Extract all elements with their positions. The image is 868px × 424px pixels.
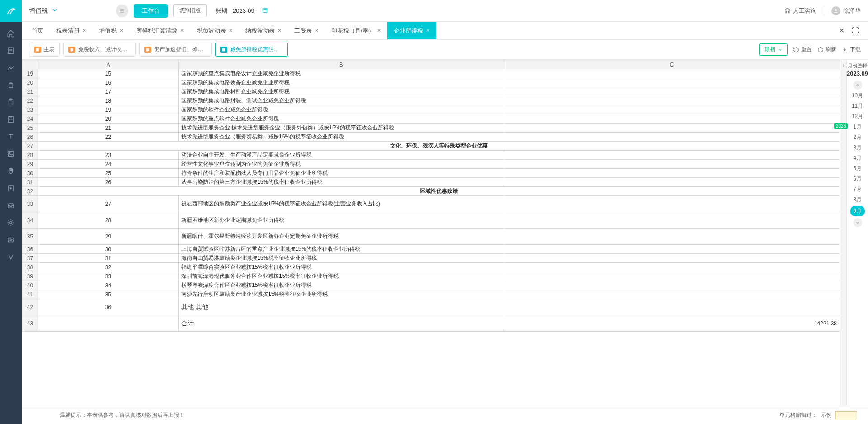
nav-video-icon[interactable] [0, 232, 22, 248]
month-up-icon[interactable] [853, 81, 862, 90]
nav-text-icon[interactable] [0, 129, 22, 145]
cell-b[interactable]: 新疆困难地区新办企业定期减免企业所得税 [179, 212, 504, 229]
nav-gear-icon[interactable] [0, 214, 22, 231]
month-item[interactable]: 9月 [850, 206, 865, 216]
month-item[interactable]: 3月 [847, 143, 868, 153]
cell-b[interactable]: 经营性文化事业单位转制为企业的免征企业所得税 [179, 160, 504, 169]
cell-b[interactable]: 福建平潭综合实验区企业减按15%税率征收企业所得税 [179, 263, 504, 272]
cell-b[interactable]: 动漫企业自主开发、生产动漫产品定期减免企业所得税 [179, 151, 504, 160]
month-item[interactable]: 7月 [847, 184, 868, 195]
cell-c[interactable]: 14221.38 [504, 315, 840, 332]
cell-a[interactable]: 29 [38, 229, 179, 245]
row-number[interactable]: 25 [22, 124, 38, 133]
cell-a[interactable]: 24 [38, 160, 179, 169]
cell-b[interactable]: 其他 其他 [179, 299, 504, 315]
reset-button[interactable]: 重置 [793, 46, 812, 53]
subtab-0[interactable]: ▦主表 [29, 43, 60, 57]
cell-b[interactable]: 国家鼓励的集成电路装备企业减免企业所得税 [179, 78, 504, 87]
calendar-icon[interactable] [262, 7, 268, 14]
cell-a[interactable]: 22 [38, 133, 179, 142]
cell-b[interactable]: 深圳前海深港现代服务业合作区企业减按15%税率征收企业所得税 [179, 272, 504, 281]
list-toggle-button[interactable] [116, 5, 128, 17]
cell-c[interactable] [504, 78, 840, 87]
cell-c[interactable] [504, 281, 840, 290]
corner-cell[interactable] [22, 60, 38, 69]
nav-export-icon[interactable] [0, 180, 22, 196]
nav-chart-icon[interactable] [0, 60, 22, 76]
month-item[interactable]: 12月 [847, 111, 868, 122]
cell-a[interactable]: 34 [38, 281, 179, 290]
row-number[interactable]: 20 [22, 78, 38, 87]
cell-a[interactable]: 32 [38, 263, 179, 272]
tab-6[interactable]: 工资表✕ [288, 22, 325, 39]
month-item[interactable]: 11月 [847, 101, 868, 111]
close-icon[interactable]: ✕ [119, 28, 123, 33]
cell-b[interactable]: 从事污染防治的第三方企业减按15%的税率征收企业所得税 [179, 178, 504, 187]
cell-c[interactable] [504, 114, 840, 124]
cell-c[interactable] [504, 212, 840, 229]
cell-a[interactable]: 30 [38, 245, 179, 254]
refresh-button[interactable]: 刷新 [817, 46, 836, 53]
tax-type-select[interactable]: 增值税 [29, 7, 110, 15]
month-down-icon[interactable] [853, 218, 862, 227]
cell-c[interactable] [504, 69, 840, 78]
close-icon[interactable]: ✕ [377, 28, 381, 33]
close-icon[interactable]: ✕ [426, 28, 430, 33]
nav-hand-icon[interactable] [0, 163, 22, 179]
cell-a[interactable]: 16 [38, 78, 179, 87]
cell-c[interactable] [504, 105, 840, 114]
tab-0[interactable]: 首页 [25, 22, 50, 39]
tab-2[interactable]: 增值税✕ [93, 22, 130, 39]
row-number[interactable]: 31 [22, 178, 38, 187]
old-version-button[interactable]: 切到旧版 [173, 4, 207, 17]
cell-c[interactable] [504, 245, 840, 254]
cell-b[interactable]: 设在西部地区的鼓励类产业企业减按15%的税率征收企业所得税(主营业务收入占比) [179, 196, 504, 212]
support-link[interactable]: 人工咨询 [784, 7, 816, 15]
row-number[interactable]: 19 [22, 69, 38, 78]
cell-a[interactable]: 15 [38, 69, 179, 78]
row-number[interactable]: 37 [22, 254, 38, 263]
cell-b[interactable]: 海南自由贸易港鼓励类企业减按15%税率征收企业所得税 [179, 254, 504, 263]
nav-inbox-icon[interactable] [0, 197, 22, 214]
cell-a[interactable]: 27 [38, 196, 179, 212]
tab-8[interactable]: 企业所得税✕ [387, 22, 436, 39]
month-item[interactable]: 1月2023 [847, 122, 868, 132]
cell-c[interactable] [504, 272, 840, 281]
row-number[interactable]: 39 [22, 272, 38, 281]
section-header-cell[interactable]: 区域性优惠政策 [38, 187, 840, 196]
collapse-handle[interactable] [840, 60, 846, 406]
row-number[interactable]: 29 [22, 160, 38, 169]
cell-b[interactable]: 技术先进型服务企业（服务贸易类）减按15%的税率征收企业所得税 [179, 133, 504, 142]
cell-a[interactable]: 19 [38, 105, 179, 114]
cell-c[interactable] [504, 196, 840, 212]
row-number[interactable]: 34 [22, 212, 38, 229]
cell-a[interactable] [38, 315, 179, 332]
cell-a[interactable]: 20 [38, 114, 179, 124]
cell-b[interactable]: 技术先进型服务企业 技术先进型服务企业（服务外包类）减按15%的税率征收企业所得… [179, 124, 504, 133]
row-number[interactable]: 28 [22, 151, 38, 160]
close-icon[interactable]: ✕ [180, 28, 184, 33]
workbench-button[interactable]: 工作台 [134, 4, 168, 18]
period-dropdown[interactable]: 期初 [760, 43, 788, 56]
cell-a[interactable]: 28 [38, 212, 179, 229]
cell-a[interactable]: 33 [38, 272, 179, 281]
row-number[interactable]: 27 [22, 142, 38, 151]
tab-expand-icon[interactable]: ⛶ [850, 25, 861, 37]
cell-b[interactable]: 符合条件的生产和装配伤残人员专门用品企业免征企业所得税 [179, 169, 504, 178]
cell-b[interactable]: 国家鼓励的软件企业减免企业所得税 [179, 105, 504, 114]
download-button[interactable]: 下载 [842, 46, 861, 53]
close-icon[interactable]: ✕ [315, 28, 319, 33]
close-icon[interactable]: ✕ [278, 28, 282, 33]
cell-a[interactable]: 35 [38, 290, 179, 299]
spreadsheet[interactable]: A B C 1915国家鼓励的重点集成电路设计企业减免企业所得税2016国家鼓励… [22, 60, 840, 406]
tab-5[interactable]: 纳税波动表✕ [239, 22, 288, 39]
row-number[interactable]: 42 [22, 299, 38, 315]
cell-c[interactable] [504, 254, 840, 263]
row-number[interactable]: 35 [22, 229, 38, 245]
subtab-2[interactable]: ▦资产加速折旧、摊销(... [139, 43, 212, 57]
cell-c[interactable] [504, 151, 840, 160]
cell-c[interactable] [504, 178, 840, 187]
app-logo[interactable] [0, 0, 22, 22]
col-header-b[interactable]: B [179, 60, 504, 69]
col-header-a[interactable]: A [38, 60, 179, 69]
